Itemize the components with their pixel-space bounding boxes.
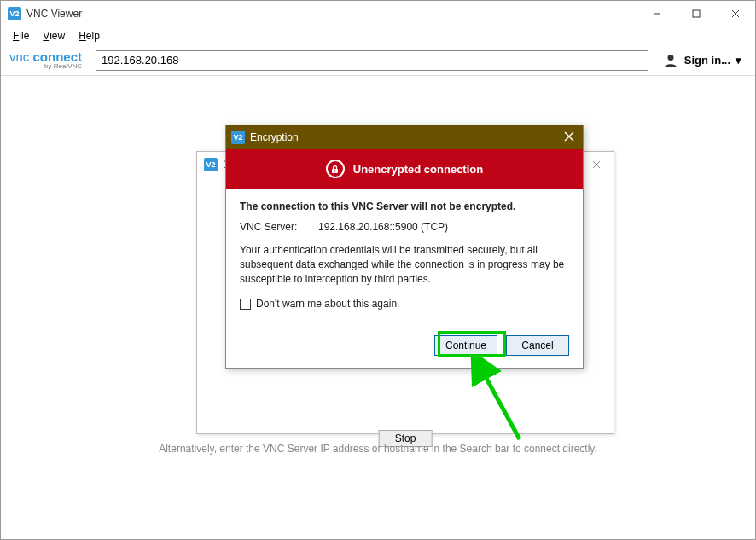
brand-subtext: by RealVNC — [9, 63, 82, 70]
banner-text: Unencrypted connection — [353, 163, 483, 176]
server-value: 192.168.20.168::5900 (TCP) — [318, 221, 448, 233]
hint-text: Alternatively, enter the VNC Server IP a… — [1, 443, 755, 455]
minimize-button[interactable] — [637, 1, 677, 26]
app-icon: V2 — [231, 131, 245, 144]
toolbar: vnc connect by RealVNC Sign in... ▾ — [1, 45, 755, 76]
menubar: File View Help — [1, 26, 755, 45]
app-icon: V2 — [8, 7, 21, 20]
chevron-down-icon: ▾ — [736, 54, 741, 67]
lock-icon — [326, 160, 345, 178]
checkbox-label: Don't warn me about this again. — [256, 298, 399, 310]
checkbox-box[interactable] — [240, 299, 251, 310]
close-button[interactable] — [716, 1, 755, 26]
menu-file[interactable]: File — [6, 28, 36, 44]
svg-point-4 — [667, 55, 673, 61]
dialog-banner: Unencrypted connection — [226, 149, 583, 189]
dialog-close-button[interactable] — [555, 131, 583, 144]
dialog-buttons: Continue Cancel — [226, 335, 583, 368]
user-icon — [662, 52, 679, 69]
server-label: VNC Server: — [240, 221, 318, 233]
signin-button[interactable]: Sign in... ▾ — [657, 52, 747, 69]
dialog-heading: The connection to this VNC Server will n… — [240, 200, 569, 212]
menu-help[interactable]: Help — [72, 28, 107, 44]
svg-point-12 — [334, 170, 336, 171]
signin-label: Sign in... — [684, 54, 730, 67]
main-window: V2 VNC Viewer File View Help vnc connect… — [0, 0, 756, 540]
dont-warn-checkbox[interactable]: Don't warn me about this again. — [240, 298, 569, 310]
dialog-body: The connection to this VNC Server will n… — [226, 189, 583, 335]
dialog-title-text: Encryption — [250, 131, 555, 143]
app-icon: V2 — [204, 158, 218, 171]
server-row: VNC Server: 192.168.20.168::5900 (TCP) — [240, 221, 569, 233]
dialog-titlebar: V2 Encryption — [226, 125, 583, 149]
svg-rect-1 — [693, 10, 700, 17]
address-input[interactable] — [96, 50, 648, 71]
brand-text-1: vnc — [9, 49, 33, 64]
cancel-button[interactable]: Cancel — [506, 335, 569, 356]
window-controls — [637, 1, 755, 26]
sub-close-button[interactable] — [579, 152, 614, 177]
dialog-description: Your authentication credentials will be … — [240, 243, 569, 286]
window-title: VNC Viewer — [26, 8, 637, 20]
brand-logo: vnc connect by RealVNC — [9, 50, 82, 70]
menu-view[interactable]: View — [36, 28, 72, 44]
maximize-button[interactable] — [677, 1, 716, 26]
encryption-dialog: V2 Encryption Unencrypted connection The… — [225, 125, 584, 369]
continue-button[interactable]: Continue — [434, 335, 497, 356]
main-titlebar: V2 VNC Viewer — [1, 1, 755, 26]
